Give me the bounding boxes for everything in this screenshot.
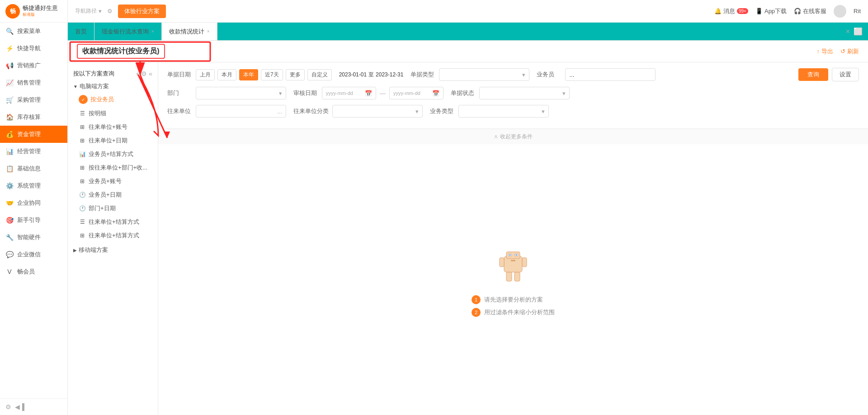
page-header: 收款情况统计(按业务员) ↑ 导出 ↺ 刷新: [68, 41, 868, 62]
topbar-gear-icon[interactable]: ⚙: [107, 8, 113, 14]
scheme-item-label-0-9: 往来单位+结算方式: [89, 218, 139, 226]
collapse-sidebar-icon[interactable]: ◀▐: [15, 403, 24, 410]
partner-category-select[interactable]: ▾: [332, 105, 423, 118]
date-btn-custom[interactable]: 自定义: [307, 69, 332, 80]
filter-actions: 查询 设置: [798, 68, 859, 81]
collapse-conditions-btn[interactable]: ∧ 收起更多条件: [158, 129, 868, 144]
sidebar-item-system[interactable]: ⚙️ 系统管理: [0, 177, 67, 194]
date-btn-this-year[interactable]: 本年: [239, 69, 258, 80]
page-area: 收款情况统计(按业务员) ↑ 导出 ↺ 刷新 按以下方案查询: [68, 41, 868, 415]
system-icon: ⚙️: [5, 182, 14, 190]
business-type-select[interactable]: ▾: [458, 105, 549, 118]
close-all-tabs-btn[interactable]: ×: [846, 28, 850, 36]
maximize-btn[interactable]: ⬜: [854, 27, 863, 36]
trial-btn[interactable]: 体验行业方案: [118, 5, 166, 18]
sidebar-item-search[interactable]: 🔍 搜索菜单: [0, 23, 67, 40]
sidebar-item-guide[interactable]: 🎯 新手引导: [0, 212, 67, 229]
sidebar-item-label-search: 搜索菜单: [17, 27, 41, 35]
message-btn[interactable]: 🔔 消息 99+: [714, 7, 748, 15]
tab-label-1: 现金银行流水查询: [102, 28, 149, 36]
scheme-item-0-3[interactable]: ⊞往来单位+日期: [68, 134, 158, 147]
settings-icon[interactable]: ⚙: [5, 403, 11, 410]
scheme-item-0-8[interactable]: 🕐部门+日期: [68, 202, 158, 215]
dropdown-icon[interactable]: ▾: [99, 8, 102, 14]
date-btn-this-month[interactable]: 本月: [217, 69, 236, 80]
audit-date-label: 审核日期: [293, 89, 318, 97]
sidebar-item-wechat[interactable]: 💬 企业微信: [0, 246, 67, 263]
group-label-0: 电脑端方案: [80, 82, 109, 90]
svg-rect-7: [500, 258, 504, 267]
refresh-btn[interactable]: ↺ 刷新: [840, 47, 859, 56]
date-btn-7days[interactable]: 近7天: [261, 69, 283, 80]
sidebar-item-quick-nav[interactable]: ⚡ 快捷导航: [0, 40, 67, 57]
tab-close-2[interactable]: ×: [207, 29, 210, 34]
scheme-item-label-0-7: 业务员+日期: [89, 191, 122, 199]
scheme-item-0-10[interactable]: ⊞往来单位+结算方式: [68, 229, 158, 242]
date-btn-last-month[interactable]: 上月: [196, 69, 215, 80]
sidebar-item-sales[interactable]: 📈 销售管理: [0, 74, 67, 91]
scheme-group-header-1[interactable]: ▶ 移动端方案: [68, 244, 158, 256]
scheme-icon-9: ☰: [79, 218, 86, 226]
sidebar-item-marketing[interactable]: 📢 营销推广: [0, 57, 67, 74]
tab-close-1[interactable]: ×: [151, 29, 154, 34]
sidebar-item-label-operation: 经营管理: [17, 147, 41, 156]
empty-state: 1 请先选择要分析的方案 2 用过滤条件来缩小分析范围: [158, 144, 868, 415]
audit-date-start[interactable]: yyyy-mm-dd 📅: [322, 87, 376, 99]
sidebar-item-finance[interactable]: 💰 资金管理: [0, 126, 67, 143]
doc-type-select[interactable]: ▾: [439, 68, 529, 81]
scheme-item-label-0-3: 往来单位+日期: [89, 137, 127, 145]
dept-select[interactable]: ▾: [196, 87, 286, 99]
sidebar-item-basic[interactable]: 📋 基础信息: [0, 160, 67, 177]
partner-input[interactable]: ...: [196, 105, 286, 118]
sidebar-item-hardware[interactable]: 🔧 智能硬件: [0, 229, 67, 246]
scheme-item-0-5[interactable]: ⊞按往来单位+部门+收...: [68, 161, 158, 174]
partner-more-icon[interactable]: ...: [277, 108, 282, 115]
svg-point-5: [515, 254, 517, 256]
refresh-icon: ↺: [840, 48, 845, 55]
scheme-group-header-0[interactable]: ▼ 电脑端方案: [68, 80, 158, 92]
tabbar-controls: × ⬜: [846, 27, 868, 36]
sidebar-logo: 畅 畅捷通好生意 标准版: [0, 0, 67, 23]
guide-icon: 🎯: [5, 216, 14, 224]
add-scheme-btn[interactable]: +: [136, 70, 139, 77]
sales-rep-input[interactable]: ...: [565, 68, 656, 81]
filter-form: 单据日期 上月 本月 本年 近7天 更多 自定义 2023-01-01: [158, 62, 868, 129]
online-service-btn[interactable]: 🎧 在线客服: [794, 7, 826, 15]
sidebar-item-label-finance: 资金管理: [17, 130, 41, 138]
doc-status-select[interactable]: ▾: [479, 87, 570, 99]
query-btn[interactable]: 查询: [798, 68, 828, 81]
app-download-btn[interactable]: 📱 App下载: [755, 7, 787, 15]
sidebar-item-operation[interactable]: 📊 经营管理: [0, 143, 67, 160]
date-btn-more[interactable]: 更多: [286, 69, 305, 80]
scheme-item-0-9[interactable]: ☰往来单位+结算方式: [68, 215, 158, 229]
sidebar-item-enterprise[interactable]: 🤝 企业协同: [0, 194, 67, 212]
sidebar-item-inventory[interactable]: 🏠 库存核算: [0, 108, 67, 126]
scheme-item-0-7[interactable]: 🕐业务员+日期: [68, 188, 158, 202]
collapse-panel-btn[interactable]: «: [149, 70, 152, 77]
scheme-item-0-4[interactable]: 📊业务员+结算方式: [68, 147, 158, 161]
sidebar-item-label-system: 系统管理: [17, 182, 41, 190]
group-label-1: 移动端方案: [79, 246, 108, 254]
user-avatar[interactable]: [834, 5, 846, 18]
sidebar-item-purchase[interactable]: 🛒 采购管理: [0, 91, 67, 108]
scheme-settings-btn[interactable]: ⚙: [141, 70, 147, 77]
scheme-item-0-2[interactable]: ⊞往来单位+账号: [68, 120, 158, 134]
export-icon: ↑: [817, 48, 820, 55]
tab-1[interactable]: 现金银行流水查询×: [94, 23, 162, 40]
app-logo-icon: 畅: [5, 4, 20, 19]
purchase-icon: 🛒: [5, 96, 14, 104]
inventory-icon: 🏠: [5, 113, 14, 121]
audit-date-end[interactable]: yyyy-mm-dd 📅: [389, 87, 443, 99]
form-settings-btn[interactable]: 设置: [832, 68, 859, 81]
sidebar-item-member[interactable]: V 畅会员: [0, 263, 67, 280]
export-btn[interactable]: ↑ 导出: [817, 47, 834, 56]
tab-2[interactable]: 收款情况统计×: [162, 23, 217, 40]
scheme-item-0-6[interactable]: ⊞业务员+账号: [68, 174, 158, 188]
scheme-item-0-0[interactable]: ✓按业务员: [68, 92, 158, 107]
tab-0[interactable]: 首页: [68, 23, 94, 40]
step-2-num: 2: [472, 308, 481, 317]
sidebar-item-label-guide: 新手引导: [17, 216, 41, 224]
scheme-item-0-1[interactable]: ☰按明细: [68, 107, 158, 120]
sidebar-item-label-enterprise: 企业协同: [17, 199, 41, 207]
date-start: 2023-01-01: [339, 71, 367, 78]
